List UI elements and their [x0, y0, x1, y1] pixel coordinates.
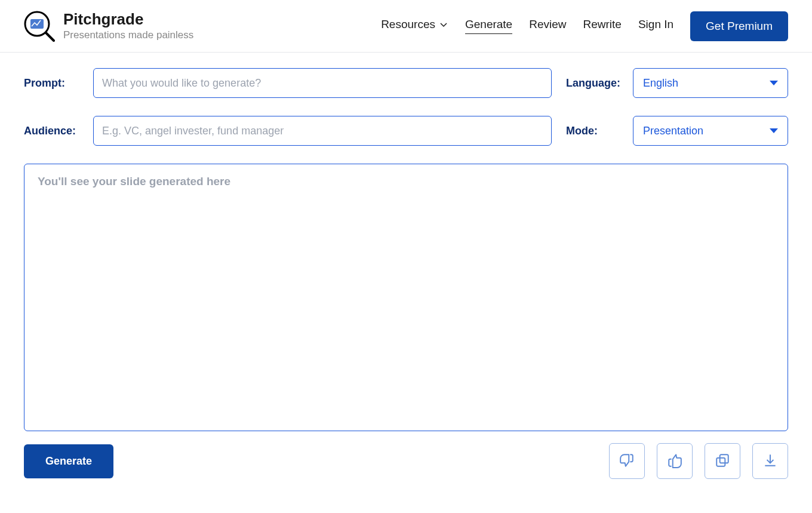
get-premium-button[interactable]: Get Premium	[690, 11, 788, 41]
nav-rewrite[interactable]: Rewrite	[583, 18, 622, 34]
language-value: English	[643, 77, 678, 90]
copy-button[interactable]	[705, 443, 740, 479]
svg-line-2	[46, 33, 54, 41]
output-placeholder: You'll see your slide generated here	[38, 175, 774, 188]
actions-row: Generate	[24, 443, 788, 479]
thumbs-up-button[interactable]	[657, 443, 693, 479]
download-button[interactable]	[752, 443, 788, 479]
nav-signin[interactable]: Sign In	[638, 18, 673, 34]
nav-generate-label: Generate	[465, 18, 512, 31]
language-select[interactable]: English	[633, 68, 788, 98]
nav-resources[interactable]: Resources	[381, 18, 448, 34]
svg-rect-4	[716, 457, 725, 466]
chevron-down-icon	[439, 20, 448, 29]
mode-value: Presentation	[643, 125, 703, 137]
nav-rewrite-label: Rewrite	[583, 18, 622, 31]
mode-select[interactable]: Presentation	[633, 116, 788, 146]
prompt-row: Prompt: Language: English	[24, 68, 788, 98]
thumbs-down-icon	[619, 453, 635, 470]
caret-down-icon	[770, 81, 778, 85]
nav-signin-label: Sign In	[638, 18, 673, 31]
audience-label: Audience:	[24, 125, 81, 137]
logo-area[interactable]: Pitchgrade Presentations made painless	[24, 10, 193, 42]
main: Prompt: Language: English Audience: Mode…	[0, 53, 812, 479]
nav-resources-label: Resources	[381, 18, 435, 31]
language-label: Language:	[566, 77, 621, 90]
download-icon	[762, 453, 778, 470]
generate-button[interactable]: Generate	[24, 444, 113, 478]
caret-down-icon	[770, 128, 778, 133]
copy-icon	[715, 453, 730, 470]
audience-input[interactable]	[93, 116, 552, 146]
header: Pitchgrade Presentations made painless R…	[0, 0, 812, 53]
mode-label: Mode:	[566, 125, 621, 137]
audience-row: Audience: Mode: Presentation	[24, 116, 788, 146]
svg-rect-3	[720, 454, 728, 463]
thumbs-down-button[interactable]	[609, 443, 645, 479]
nav: Resources Generate Review Rewrite Sign I…	[381, 11, 788, 41]
magnifier-chart-icon	[24, 11, 55, 42]
nav-review[interactable]: Review	[529, 18, 566, 34]
output-panel: You'll see your slide generated here	[24, 164, 788, 431]
prompt-label: Prompt:	[24, 77, 81, 90]
nav-review-label: Review	[529, 18, 566, 31]
brand-text: Pitchgrade Presentations made painless	[63, 10, 193, 42]
svg-rect-1	[30, 19, 44, 29]
nav-generate[interactable]: Generate	[465, 18, 512, 34]
prompt-input[interactable]	[93, 68, 552, 98]
thumbs-up-icon	[667, 453, 682, 470]
brand-title: Pitchgrade	[63, 10, 193, 29]
brand-subtitle: Presentations made painless	[63, 29, 193, 42]
feedback-buttons	[609, 443, 788, 479]
